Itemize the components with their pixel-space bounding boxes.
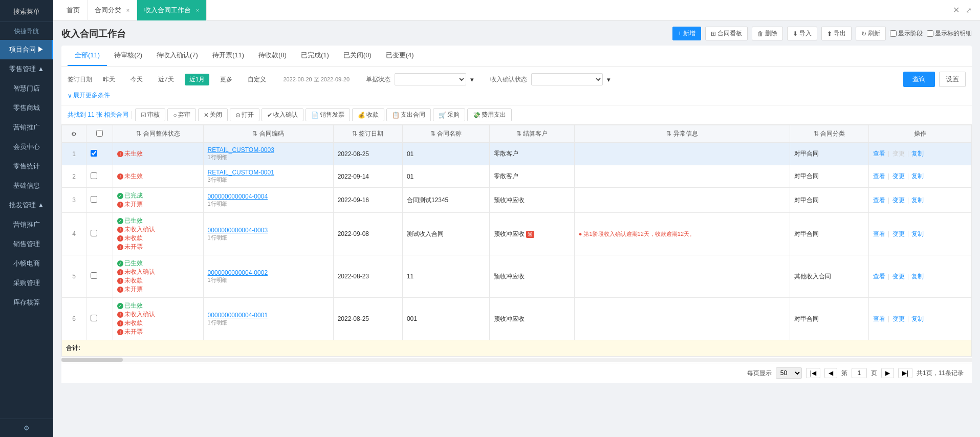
op-复制-button[interactable]: 复制 <box>911 150 924 157</box>
sidebar-item-base-info[interactable]: 基础信息 <box>0 176 53 195</box>
op-变更-button[interactable]: 变更 <box>892 273 905 280</box>
scrollbar-thumb[interactable] <box>61 358 123 362</box>
sidebar-item-sales-mgmt[interactable]: 销售管理 <box>0 234 53 254</box>
col-category[interactable]: ⇅ 合同分类 <box>790 125 869 143</box>
import-button[interactable]: ⬇ 导入 <box>787 27 817 40</box>
doc-status-select[interactable] <box>395 73 466 85</box>
col-status[interactable]: ⇅ 合同整体状态 <box>113 125 204 143</box>
query-button[interactable]: 查询 <box>903 72 935 87</box>
op-变更-button[interactable]: 变更 <box>892 230 905 237</box>
col-customer[interactable]: ⇅ 结算客户 <box>489 125 574 143</box>
code-link[interactable]: RETAIL_CUSTOM-0003 <box>208 146 274 154</box>
sidebar-item-project[interactable]: 项目合同 ▶ <box>0 40 53 59</box>
op-查看-button[interactable]: 查看 <box>873 273 885 280</box>
filter-tab-completed[interactable]: 已完成(1) <box>294 46 336 66</box>
op-变更-button[interactable]: 变更 <box>892 196 905 204</box>
date-btn-7days[interactable]: 近7天 <box>154 74 179 85</box>
sidebar-quick-nav[interactable]: 快捷导航 <box>0 22 53 40</box>
col-abnormal[interactable]: ⇅ 异常信息 <box>574 125 790 143</box>
row-checkbox[interactable] <box>91 150 97 157</box>
window-expand-icon[interactable]: ⤢ <box>964 6 974 14</box>
sidebar-item-retail-mall[interactable]: 零售商城 <box>0 98 53 118</box>
date-btn-1month[interactable]: 近1月 <box>185 74 210 85</box>
last-page-button[interactable]: ▶| <box>898 368 912 378</box>
filter-tab-all[interactable]: 全部(11) <box>68 46 107 66</box>
show-detail-checkbox[interactable]: 显示标的明细 <box>927 29 972 38</box>
code-link[interactable]: 0000000000004-0004 <box>208 193 268 200</box>
col-name[interactable]: ⇅ 合同名称 <box>402 125 489 143</box>
date-btn-custom[interactable]: 自定义 <box>243 74 271 85</box>
per-page-select[interactable]: 50 100 200 <box>776 367 802 379</box>
new-button[interactable]: + 新增 <box>672 27 701 40</box>
sidebar-item-xiaochang[interactable]: 小畅电商 <box>0 254 53 273</box>
sidebar-search[interactable]: 搜索菜单 <box>0 0 53 22</box>
op-变更-button[interactable]: 变更 <box>892 315 905 322</box>
row-checkbox[interactable] <box>91 272 97 279</box>
filter-tab-pending-receive[interactable]: 待收款(8) <box>251 46 294 66</box>
sidebar-item-retail-stats[interactable]: 零售统计 <box>0 157 53 176</box>
refresh-button[interactable]: ↻ 刷新 <box>856 27 886 40</box>
sidebar-settings[interactable]: ⚙ <box>0 419 53 437</box>
row-checkbox-cell[interactable] <box>86 165 113 188</box>
filter-tab-pending-invoice[interactable]: 待开票(11) <box>205 46 251 66</box>
tab-home[interactable]: 首页 <box>59 0 88 20</box>
row-checkbox-cell[interactable] <box>86 143 113 165</box>
sidebar-item-marketing2[interactable]: 营销推广 <box>0 215 53 234</box>
page-number-input[interactable] <box>852 368 867 378</box>
sidebar-item-member[interactable]: 会员中心 <box>0 137 53 157</box>
cost-expense-button[interactable]: 💸 费用支出 <box>467 108 512 121</box>
op-复制-button[interactable]: 复制 <box>911 230 924 237</box>
op-查看-button[interactable]: 查看 <box>873 196 885 204</box>
row-code[interactable]: RETAIL_CUSTOM-00013行明细 <box>203 165 333 188</box>
sidebar-item-purchase-mgmt[interactable]: 采购管理 <box>0 273 53 293</box>
first-page-button[interactable]: |◀ <box>806 368 820 378</box>
tab-contract-category[interactable]: 合同分类 × <box>88 0 137 20</box>
filter-setting-button[interactable]: 设置 <box>939 72 966 87</box>
abandon-review-button[interactable]: ○ 弃审 <box>167 108 195 121</box>
contract-board-button[interactable]: ⊞ 合同看板 <box>705 27 748 40</box>
open-button[interactable]: ⊙ 打开 <box>230 108 259 121</box>
row-code[interactable]: 0000000000004-00011行明细 <box>203 298 333 340</box>
code-link[interactable]: 0000000000004-0001 <box>208 312 268 319</box>
tab-close-icon[interactable]: × <box>196 7 199 13</box>
op-变更-button[interactable]: 变更 <box>892 172 905 180</box>
row-checkbox-cell[interactable] <box>86 298 113 340</box>
op-复制-button[interactable]: 复制 <box>911 196 924 204</box>
income-confirm-button[interactable]: ✔ 收入确认 <box>262 108 303 121</box>
col-date[interactable]: ⇅ 签订日期 <box>333 125 402 143</box>
expand-conditions-button[interactable]: ∨ 展开更多条件 <box>68 91 966 100</box>
date-btn-yesterday[interactable]: 昨天 <box>98 74 120 85</box>
sidebar-item-marketing[interactable]: 营销推广 <box>0 118 53 137</box>
row-checkbox[interactable] <box>91 230 97 236</box>
prev-page-button[interactable]: ◀ <box>824 368 837 378</box>
delete-button[interactable]: 🗑 删除 <box>752 27 783 40</box>
expense-contract-button[interactable]: 📋 支出合同 <box>386 108 431 121</box>
filter-tab-pending-review[interactable]: 待审核(2) <box>107 46 149 66</box>
sidebar-item-wholesale-mgmt[interactable]: 批发管理 ▲ <box>0 195 53 215</box>
sales-invoice-button[interactable]: 📄 销售发票 <box>306 108 350 121</box>
tab-close-icon[interactable]: × <box>126 7 129 13</box>
sidebar-item-retail-mgmt[interactable]: 零售管理 ▲ <box>0 59 53 79</box>
date-btn-today[interactable]: 今天 <box>126 74 147 85</box>
show-detail-input[interactable] <box>927 30 933 37</box>
row-checkbox[interactable] <box>91 315 97 321</box>
sidebar-item-inventory[interactable]: 库存核算 <box>0 293 53 312</box>
op-复制-button[interactable]: 复制 <box>911 273 924 280</box>
op-查看-button[interactable]: 查看 <box>873 172 885 180</box>
show-stage-checkbox[interactable]: 显示阶段 <box>890 29 923 38</box>
export-button[interactable]: ⬆ 导出 <box>821 27 852 40</box>
col-code[interactable]: ⇅ 合同编码 <box>203 125 333 143</box>
income-confirm-select[interactable] <box>531 73 603 85</box>
code-link[interactable]: 0000000000004-0003 <box>208 227 268 234</box>
filter-tab-pending-income-confirm[interactable]: 待收入确认(7) <box>149 46 205 66</box>
code-link[interactable]: RETAIL_CUSTOM-0001 <box>208 169 274 176</box>
op-复制-button[interactable]: 复制 <box>911 172 924 180</box>
filter-tab-closed[interactable]: 已关闭(0) <box>336 46 379 66</box>
row-checkbox-cell[interactable] <box>86 255 113 298</box>
date-btn-more[interactable]: 更多 <box>215 74 237 85</box>
row-checkbox[interactable] <box>91 196 97 203</box>
col-settings[interactable]: ⚙ <box>62 125 86 143</box>
show-stage-input[interactable] <box>890 30 897 37</box>
op-查看-button[interactable]: 查看 <box>873 230 885 237</box>
window-close-icon[interactable]: ✕ <box>949 5 964 15</box>
